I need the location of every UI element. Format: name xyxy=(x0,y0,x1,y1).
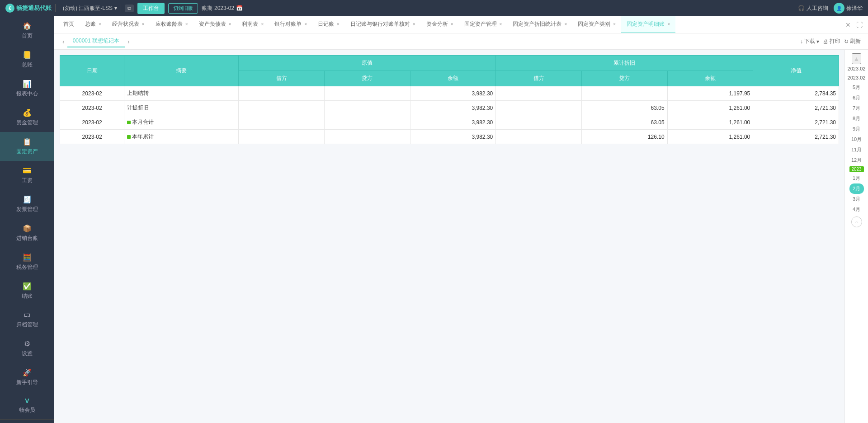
tab-close[interactable]: × xyxy=(337,22,340,27)
sidebar-item-label: 固定资产 xyxy=(16,148,38,155)
tab-fund-analysis[interactable]: 资金分析 × xyxy=(421,16,459,33)
tab-profit[interactable]: 利润表 × xyxy=(236,16,269,33)
settings-icon: ⚙ xyxy=(24,339,30,348)
panel-month-item[interactable]: 1月 xyxy=(849,173,864,183)
tab-label: 经营状况表 xyxy=(112,20,139,28)
sub-tab-next-button[interactable]: › xyxy=(127,37,131,46)
work-station-button[interactable]: 工作台 xyxy=(137,3,165,14)
tab-close[interactable]: × xyxy=(304,22,307,27)
panel-scroll-up-button[interactable]: ▲ xyxy=(852,53,862,64)
sidebar-item-funds[interactable]: 💰 资金管理 xyxy=(0,103,54,132)
tab-close[interactable]: × xyxy=(564,22,567,27)
panel-month-item[interactable]: 12月 xyxy=(849,155,864,165)
sidebar-item-settings[interactable]: ⚙ 设置 xyxy=(0,334,54,363)
tab-close[interactable]: × xyxy=(229,22,231,27)
purchase-sales-icon: 📦 xyxy=(23,224,32,233)
tab-journal[interactable]: 日记账 × xyxy=(312,16,345,33)
sidebar-item-label: 工资 xyxy=(22,177,33,184)
tab-ledger[interactable]: 总账 × xyxy=(80,16,107,33)
tab-close[interactable]: × xyxy=(413,22,415,27)
sidebar-item-closing[interactable]: ✅ 结账 xyxy=(0,277,54,306)
cell-date: 2023-02 xyxy=(60,115,124,130)
tab-close[interactable]: × xyxy=(613,22,616,27)
panel-circle-button[interactable]: ○ xyxy=(851,216,862,227)
pin-button[interactable]: ◀◀ 取消固定 xyxy=(0,420,54,423)
sidebar-item-ledger[interactable]: 📒 总账 xyxy=(0,45,54,74)
tab-receivable-aging[interactable]: 应收账龄表 × xyxy=(150,16,193,33)
sidebar-item-home[interactable]: 🏠 首页 xyxy=(0,16,54,45)
panel-month-item[interactable]: 6月 xyxy=(849,93,864,103)
tab-close[interactable]: × xyxy=(451,22,453,27)
tab-close[interactable]: × xyxy=(185,22,188,27)
tab-bank-reconcile[interactable]: 日记账与银行对账单核对 × xyxy=(345,16,421,33)
refresh-button[interactable]: ↻ 刷新 xyxy=(844,38,861,45)
panel-month-item[interactable]: 5月 xyxy=(849,82,864,93)
tab-close[interactable]: × xyxy=(142,22,145,27)
tab-fa-management[interactable]: 固定资产管理 × xyxy=(459,16,508,33)
tab-fa-category[interactable]: 固定资产类别 × xyxy=(572,16,621,33)
tax-icon: 🧮 xyxy=(23,253,32,262)
tab-balance-sheet[interactable]: 资产负债表 × xyxy=(193,16,237,33)
refresh-label: 刷新 xyxy=(850,38,861,45)
help-button[interactable]: 🎧 人工咨询 xyxy=(798,5,828,12)
tab-fa-detail[interactable]: 固定资产明细账 × xyxy=(621,16,675,33)
sidebar-item-label: 资金管理 xyxy=(16,119,38,127)
tab-bank-statement[interactable]: 银行对账单 × xyxy=(269,16,312,33)
tab-fa-detail-close[interactable]: × xyxy=(667,22,670,27)
panel-month-item[interactable]: 7月 xyxy=(849,103,864,113)
cell-summary: 本月合计 xyxy=(124,115,239,130)
print-button[interactable]: 🖨 打印 xyxy=(823,38,840,45)
panel-month-item[interactable]: 10月 xyxy=(849,134,864,145)
cell-net-value: 2,721.30 xyxy=(753,115,839,130)
tab-label: 固定资产折旧统计表 xyxy=(513,20,561,28)
sub-tab-fa-detail[interactable]: 000001 联想笔记本 xyxy=(67,35,125,47)
guide-icon: 🚀 xyxy=(23,368,32,377)
sidebar-item-tax[interactable]: 🧮 税务管理 xyxy=(0,248,54,277)
tab-close[interactable]: × xyxy=(500,22,502,27)
cell-orig-debit xyxy=(239,130,325,144)
panel-month-item[interactable]: 4月 xyxy=(849,204,864,215)
sidebar-item-invoice[interactable]: 🧾 发票管理 xyxy=(0,190,54,219)
company-selector[interactable]: (勿动) 江西服至-LSS ▾ xyxy=(63,5,117,12)
switch-old-button[interactable]: 切到旧版 xyxy=(168,3,198,14)
sidebar-item-label: 新手引导 xyxy=(16,379,38,386)
maximize-button[interactable]: ⛶ xyxy=(854,20,864,29)
sidebar-item-guide[interactable]: 🚀 新手引导 xyxy=(0,363,54,392)
sidebar-item-fixed-assets[interactable]: 📋 固定资产 xyxy=(0,132,54,161)
cell-orig-debit xyxy=(239,115,325,130)
panel-month-item[interactable]: 2月 xyxy=(849,183,864,194)
download-button[interactable]: ↓ 下载 ▾ xyxy=(800,38,819,45)
fixed-assets-icon: 📋 xyxy=(23,137,32,146)
panel-month-item[interactable]: 3月 xyxy=(849,194,864,204)
panel-month-item[interactable]: 11月 xyxy=(849,145,864,155)
close-all-tabs-button[interactable]: ✕ xyxy=(844,20,853,29)
sidebar-item-member[interactable]: V 畅会员 xyxy=(0,392,54,419)
tab-label: 日记账 xyxy=(318,20,334,28)
sidebar-item-reports[interactable]: 📊 报表中心 xyxy=(0,74,54,103)
calendar-icon[interactable]: 📅 xyxy=(236,5,243,11)
cell-acc-credit: 126.10 xyxy=(581,130,667,144)
panel-month-item[interactable]: 9月 xyxy=(849,124,864,134)
sidebar-item-salary[interactable]: 💳 工资 xyxy=(0,161,54,190)
sidebar-item-purchase-sales[interactable]: 📦 进销台账 xyxy=(0,219,54,248)
archive-icon: 🗂 xyxy=(24,311,31,319)
sidebar-item-archive[interactable]: 🗂 归档管理 xyxy=(0,306,54,334)
right-panel-months: 5月6月7月8月9月10月11月12月20231月2月3月4月 xyxy=(849,82,864,215)
cell-summary: 本年累计 xyxy=(124,130,239,144)
download-icon: ↓ xyxy=(800,38,803,45)
cell-orig-credit xyxy=(324,130,410,144)
user-menu[interactable]: 👤 徐泽华 xyxy=(834,3,863,14)
download-arrow-icon: ▾ xyxy=(816,38,819,45)
sidebar-item-label: 设置 xyxy=(22,350,33,357)
cell-date: 2023-02 xyxy=(60,130,124,144)
tab-home[interactable]: 首页 xyxy=(58,16,80,33)
tab-ledger-close[interactable]: × xyxy=(99,22,101,27)
copy-icon-btn[interactable]: ⧉ xyxy=(125,5,134,12)
panel-month-item[interactable]: 8月 xyxy=(849,113,864,124)
tab-close[interactable]: × xyxy=(261,22,264,27)
sidebar-item-label: 结账 xyxy=(22,292,33,300)
tab-management-status[interactable]: 经营状况表 × xyxy=(107,16,150,33)
tab-fa-depreciation[interactable]: 固定资产折旧统计表 × xyxy=(507,16,572,33)
sidebar-bottom: ◀◀ 取消固定 xyxy=(0,419,54,423)
sub-tab-prev-button[interactable]: ‹ xyxy=(61,37,66,46)
